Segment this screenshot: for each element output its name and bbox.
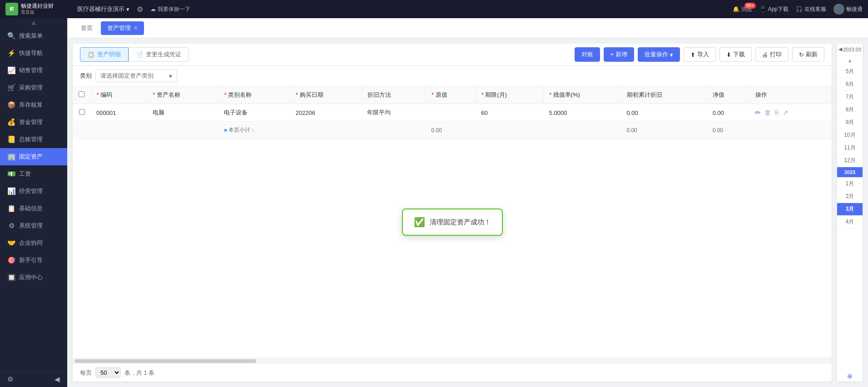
sidebar-scroll-up[interactable]: ▲ <box>0 18 67 27</box>
select-all-cell[interactable] <box>73 86 91 104</box>
timeline-month-1[interactable]: 1月 <box>837 178 863 190</box>
download-label: 下载 <box>733 50 745 59</box>
batch-button[interactable]: 批量操作 ▾ <box>638 47 680 62</box>
copy-icon[interactable]: ⎘ <box>775 109 779 117</box>
action-icons: ✏ 🗑 ⎘ ↗ <box>755 109 826 117</box>
sidebar-item-guide[interactable]: 🎯 新手引导 <box>0 252 67 269</box>
app-download-item[interactable]: 📱 App下载 <box>759 5 789 13</box>
online-service-label: 在线客服 <box>804 5 826 13</box>
download-button[interactable]: ⬇ 下载 <box>719 47 752 62</box>
user-item[interactable]: 👤 畅捷通 <box>833 4 863 15</box>
sidebar-item-enterprise[interactable]: 🤝 企业协同 <box>0 234 67 252</box>
timeline-month-5[interactable]: 5月 <box>837 65 863 78</box>
sidebar-item-label: 快捷导航 <box>19 49 43 57</box>
per-page-label: 每页 <box>80 369 92 377</box>
select-all-checkbox[interactable] <box>79 91 84 97</box>
timeline-scroll-up[interactable]: ▲ <box>837 55 863 65</box>
purchase-icon: 🛒 <box>7 84 15 92</box>
toolbar: 对账 + 新增 批量操作 ▾ ⬆ 导入 <box>575 47 824 62</box>
subtotal-empty-actions <box>749 122 831 139</box>
scrollbar-area[interactable] <box>73 358 832 363</box>
batch-label: 批量操作 <box>645 50 668 59</box>
sidebar-item-app-center[interactable]: 🔲 应用中心 <box>0 269 67 286</box>
timeline-month-9[interactable]: 9月 <box>837 116 863 129</box>
timeline-scroll-down[interactable]: ⊕ <box>837 371 863 382</box>
experience-button[interactable]: ☁ 我要体验一下 <box>150 5 190 13</box>
new-label: + 新增 <box>610 50 627 59</box>
sidebar-item-sales[interactable]: 📈 销售管理 <box>0 62 67 79</box>
timeline-month-6[interactable]: 6月 <box>837 78 863 91</box>
filter-category-select[interactable]: 请选择固定资产类别 ▾ <box>95 69 177 82</box>
sub-tab-bar: 📋 资产明细 📄 变更生成凭证 对账 + 新增 <box>73 44 832 66</box>
sidebar-item-label: 经营管理 <box>19 187 43 195</box>
logo: 财 畅捷通好业财 普及版 <box>5 3 73 15</box>
sidebar-item-salary[interactable]: 💵 工资 <box>0 165 67 183</box>
print-button[interactable]: 🖨 打印 <box>755 47 789 62</box>
timeline-month-10[interactable]: 10月 <box>837 129 863 142</box>
sidebar-item-ledger[interactable]: 📒 总账管理 <box>0 131 67 148</box>
sidebar-collapse-icon[interactable]: ◀ <box>55 375 60 383</box>
scrollbar-thumb[interactable] <box>74 359 256 363</box>
timeline-year-2023[interactable]: 2023 <box>837 167 863 178</box>
timeline-month-4[interactable]: 4月 <box>837 216 863 228</box>
sidebar-item-fixed-assets[interactable]: 🏢 固定资产 <box>0 148 67 165</box>
sidebar-item-system[interactable]: ⚙ 系统管理 <box>0 217 67 234</box>
sidebar-item-purchase[interactable]: 🛒 采购管理 <box>0 79 67 96</box>
tab-asset-mgmt-label: 资产管理 <box>107 24 131 32</box>
sidebar-item-label: 销售管理 <box>19 66 43 74</box>
edit-icon[interactable]: ✏ <box>755 109 761 117</box>
import-button[interactable]: ⬆ 导入 <box>684 47 716 62</box>
logo-sub: 普及版 <box>21 9 54 15</box>
sub-tab-change-voucher-label: 变更生成凭证 <box>146 50 181 59</box>
tab-close-icon[interactable]: ✕ <box>134 25 138 31</box>
change-voucher-icon: 📄 <box>136 51 143 58</box>
sidebar-item-basic-info[interactable]: 📋 基础信息 <box>0 200 67 217</box>
chevron-left-icon[interactable]: ◀ <box>838 46 842 52</box>
subtotal-empty-period <box>476 122 543 139</box>
sidebar-item-search[interactable]: 🔍 搜索菜单 <box>0 27 67 45</box>
subtotal-empty-residual <box>544 122 621 139</box>
app-download-label: App下载 <box>768 5 789 13</box>
sidebar-item-inventory[interactable]: 📦 库存核算 <box>0 96 67 114</box>
cloud-icon: ☁ <box>150 6 156 12</box>
filter-category-label: 类别 <box>80 72 92 80</box>
sub-tab-asset-list-label: 资产明细 <box>97 50 121 59</box>
timeline-month-12[interactable]: 12月 <box>837 154 863 167</box>
sidebar-item-operations[interactable]: 📊 经营管理 <box>0 183 67 200</box>
timeline-month-11[interactable]: 11月 <box>837 142 863 154</box>
timeline-month-2[interactable]: 2月 <box>837 190 863 203</box>
more-icon[interactable]: ↗ <box>783 109 789 117</box>
sidebar-item-label: 搜索菜单 <box>19 32 43 40</box>
table-container: 编码 资产名称 类别名称 购买日期 折旧方法 原值 期限(月) 残值率(%) 期… <box>73 86 832 358</box>
cell-original-value <box>426 104 476 122</box>
reconcile-button[interactable]: 对账 <box>575 47 600 62</box>
cell-net-value: 0.00 <box>707 104 750 122</box>
settings-icon[interactable]: ⚙ <box>137 5 143 14</box>
delete-icon[interactable]: 🗑 <box>764 109 771 117</box>
sidebar-item-finance[interactable]: 💰 资金管理 <box>0 114 67 131</box>
row-checkbox-cell[interactable] <box>73 104 91 122</box>
tab-asset-mgmt[interactable]: 资产管理 ✕ <box>101 21 144 35</box>
company-selector[interactable]: 医疗器械行业演示 ▾ <box>77 5 129 13</box>
timeline-month-3-current[interactable]: 3月 <box>837 203 863 216</box>
col-net-value: 净值 <box>707 86 750 104</box>
subtotal-empty-check <box>73 122 91 139</box>
online-service-item[interactable]: 🎧 在线客服 <box>796 5 826 13</box>
sub-tab-asset-list[interactable]: 📋 资产明细 <box>80 47 129 62</box>
col-period: 期限(月) <box>476 86 543 104</box>
timeline-month-8[interactable]: 8月 <box>837 104 863 116</box>
tab-home[interactable]: 首页 <box>74 21 99 35</box>
bell-icon: 🔔 <box>733 6 739 12</box>
sidebar-item-quick-nav[interactable]: ⚡ 快捷导航 <box>0 45 67 62</box>
row-checkbox[interactable] <box>79 109 85 115</box>
subtotal-original: 0.00 <box>426 122 476 139</box>
col-initial-depreciation: 期初累计折旧 <box>621 86 707 104</box>
refresh-button[interactable]: ↻ 刷新 <box>792 47 824 62</box>
sub-tab-change-voucher[interactable]: 📄 变更生成凭证 <box>129 47 189 62</box>
sidebar-gear-icon[interactable]: ⚙ <box>7 375 13 383</box>
per-page-select[interactable]: 50 100 <box>95 367 121 378</box>
new-button[interactable]: + 新增 <box>604 47 634 62</box>
notification-item[interactable]: 🔔 消息 99+ <box>733 5 752 13</box>
tab-bar: 首页 资产管理 ✕ <box>67 18 868 38</box>
timeline-month-7[interactable]: 7月 <box>837 91 863 104</box>
